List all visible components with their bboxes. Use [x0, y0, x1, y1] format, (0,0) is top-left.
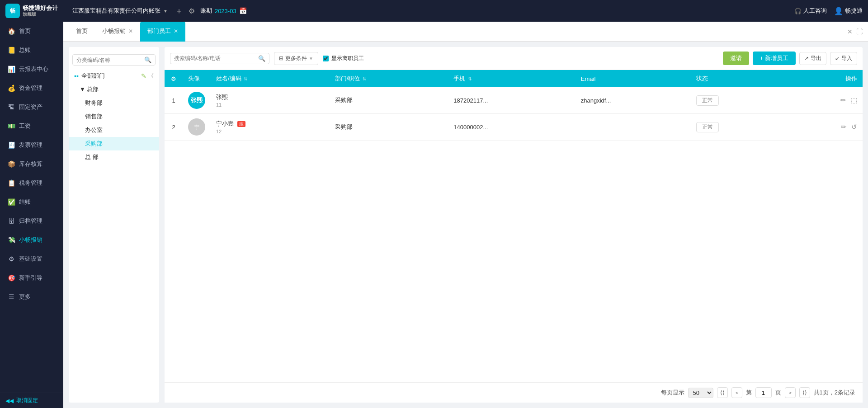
dept-tree-office[interactable]: 办公室 [69, 123, 159, 137]
sidebar-item-tax[interactable]: 📋 税务管理 [0, 174, 63, 192]
app-name: 畅捷通好会计 [23, 5, 58, 12]
sidebar-label-close: 结账 [19, 198, 31, 206]
tab-dept-employee[interactable]: 部门员工 ✕ [140, 22, 185, 42]
more-icon: ☰ [7, 293, 15, 301]
col-status: 状态 [691, 70, 785, 87]
dept-search-input[interactable] [76, 57, 142, 63]
first-page-button[interactable]: ⟨⟨ [717, 387, 728, 398]
main-layout: 🏠 首页 📒 总账 📊 云报表中心 💰 资金管理 🏗 固定资产 💵 工资 🧾 发… [0, 22, 868, 408]
row2-status-cell: 正常 [691, 114, 785, 141]
cancel-pin-button[interactable]: ◀◀ 取消固定 [0, 393, 63, 408]
employee-code: 12 [216, 129, 324, 134]
company-name[interactable]: 江西服宝精品有限责任公司内账张 ▼ [72, 7, 168, 15]
name-sort-icon[interactable]: ⇅ [244, 76, 247, 81]
sidebar-item-reports[interactable]: 📊 云报表中心 [0, 60, 63, 79]
sidebar-item-home[interactable]: 🏠 首页 [0, 22, 63, 41]
add-icon[interactable]: ＋ [175, 5, 183, 16]
filter-dropdown-icon: ▼ [309, 56, 313, 61]
sidebar-item-salary[interactable]: 💵 工资 [0, 117, 63, 136]
show-resigned-label[interactable]: 显示离职员工 [323, 55, 364, 62]
table-row: 1 张熙 张熙 11 [165, 87, 863, 114]
sidebar-item-invoice[interactable]: 🧾 发票管理 [0, 136, 63, 155]
sidebar-item-ledger[interactable]: 📒 总账 [0, 41, 63, 60]
expand-tab-icon[interactable]: ⛶ [856, 28, 863, 35]
employee-search-box[interactable]: 🔍 [170, 53, 269, 64]
dept-tree-purchase[interactable]: 采购部 [69, 137, 159, 150]
pagination-summary: 共1页，2条记录 [814, 389, 855, 397]
user-menu[interactable]: 👤 畅捷通 [834, 7, 863, 15]
tab-close-xiao[interactable]: ✕ [128, 28, 133, 34]
import-button[interactable]: ↙ 导入 [830, 52, 857, 65]
tab-close-dept[interactable]: ✕ [174, 28, 178, 34]
row2-email-cell [576, 114, 691, 141]
col-dept[interactable]: 部门/职位 ⇅ [330, 70, 448, 87]
dept-tree-sales[interactable]: 销售部 [69, 110, 159, 123]
edit-icon[interactable]: ✏ [840, 96, 846, 104]
search-icon: 🔍 [144, 56, 151, 63]
add-employee-button[interactable]: + 新增员工 [753, 52, 796, 65]
sidebar-item-funds[interactable]: 💰 资金管理 [0, 79, 63, 98]
export-button[interactable]: ↗ 导出 [799, 52, 826, 65]
sidebar-label-inventory: 库存核算 [19, 160, 42, 168]
col-phone[interactable]: 手机 ⇅ [448, 70, 575, 87]
archive-icon: 🗄 [7, 217, 15, 225]
settings-icon[interactable]: ⚙ [189, 7, 195, 15]
sidebar-item-more[interactable]: ☰ 更多 [0, 287, 63, 306]
dept-sort-icon[interactable]: ⇅ [363, 76, 366, 81]
show-resigned-checkbox[interactable] [323, 56, 329, 61]
sidebar-item-assets[interactable]: 🏗 固定资产 [0, 98, 63, 117]
funds-icon: 💰 [7, 84, 15, 92]
edit-dept-icon[interactable]: ✎ [141, 72, 146, 80]
all-departments-header[interactable]: ▪▪ 全部部门 ✎ 《 [69, 69, 159, 83]
avatar-icon: 👤 [834, 7, 843, 15]
sidebar-label-xiao: 小畅报销 [19, 236, 42, 244]
col-name[interactable]: 姓名/编码 ⇅ [211, 70, 330, 87]
headset-icon: 🎧 [794, 8, 802, 14]
employee-table-wrap: ⚙ 头像 姓名/编码 ⇅ 部门/职位 [165, 70, 863, 382]
filter-button[interactable]: ⊟ 更多条件 ▼ [274, 52, 318, 65]
sidebar-item-guide[interactable]: 🎯 新手引导 [0, 268, 63, 287]
calendar-icon[interactable]: 📅 [239, 7, 247, 14]
close-tab-icon[interactable]: ✕ [847, 28, 853, 35]
column-settings-icon[interactable]: ⚙ [171, 75, 176, 82]
col-settings[interactable]: ⚙ [165, 70, 183, 87]
sidebar-item-settings[interactable]: ⚙ 基础设置 [0, 249, 63, 268]
sidebar-label-more: 更多 [19, 293, 31, 301]
basic-settings-icon: ⚙ [7, 255, 15, 263]
ai-consult-button[interactable]: 🎧 人工咨询 [794, 7, 827, 15]
collapse-icon[interactable]: 《 [148, 72, 154, 80]
sidebar-item-close[interactable]: ✅ 结账 [0, 192, 63, 211]
dept-search-box[interactable]: 🔍 [72, 54, 156, 66]
last-page-button[interactable]: ⟩⟩ [799, 387, 810, 398]
sidebar-label-funds: 资金管理 [19, 84, 42, 92]
invite-button[interactable]: 邀请 [723, 52, 749, 65]
dept-tree-headquarters[interactable]: 总 部 [69, 150, 159, 164]
employee-search-input[interactable] [174, 55, 255, 61]
sidebar-label-ledger: 总账 [19, 46, 31, 54]
dept-tree-finance[interactable]: 财务部 [69, 96, 159, 110]
phone-sort-icon[interactable]: ⇅ [468, 76, 472, 81]
row1-avatar-cell: 张熙 [183, 87, 211, 114]
dept-tree-root[interactable]: ▼ 总部 [69, 83, 159, 96]
sidebar-label-reports: 云报表中心 [19, 65, 48, 73]
next-page-button[interactable]: ＞ [785, 387, 796, 398]
sidebar-item-xiao[interactable]: 💸 小畅报销 [0, 230, 63, 249]
page-number-input[interactable] [755, 387, 772, 398]
sidebar-label-salary: 工资 [19, 122, 31, 130]
company-dropdown-icon[interactable]: ▼ [163, 9, 168, 14]
invoice-icon: 🧾 [7, 141, 15, 149]
sidebar-label-home: 首页 [19, 27, 31, 35]
logout-icon[interactable]: ⬚ [851, 96, 857, 104]
sidebar-item-archive[interactable]: 🗄 归档管理 [0, 211, 63, 230]
home-icon: 🏠 [7, 27, 15, 35]
tab-home[interactable]: 首页 [69, 22, 95, 42]
delete-icon[interactable]: ↺ [851, 123, 857, 131]
prev-page-button[interactable]: ＜ [731, 387, 742, 398]
filter-icon: ⊟ [279, 55, 283, 61]
per-page-select[interactable]: 50 10 20 100 [688, 388, 713, 398]
tab-xiao-expense[interactable]: 小畅报销 ✕ [95, 22, 140, 42]
pagination-bar: 每页显示 50 10 20 100 ⟨⟨ ＜ 第 页 ＞ ⟩⟩ 共1页，2条记录 [165, 382, 863, 403]
pin-icon: ◀◀ [5, 398, 14, 404]
edit-icon[interactable]: ✏ [841, 123, 847, 131]
sidebar-item-inventory[interactable]: 📦 库存核算 [0, 155, 63, 174]
